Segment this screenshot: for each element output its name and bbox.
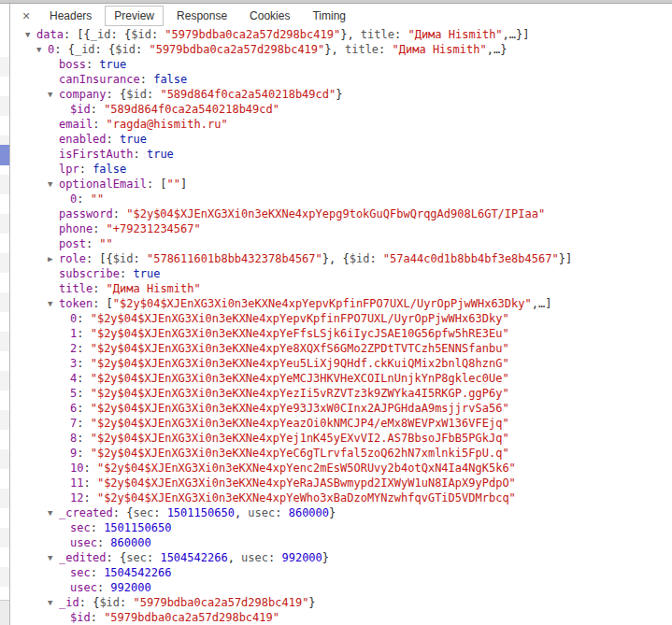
json-row[interactable]: ▼company: {$id: "589d864f0ca2a540218b49c… <box>10 87 672 102</box>
json-token-p: : <box>394 28 407 41</box>
json-token-p: : <box>83 491 96 504</box>
json-row: title: "Дима Hismith" <box>10 281 672 296</box>
json-token-p: }, { <box>322 252 350 265</box>
json-token-p: : { <box>95 43 116 56</box>
expand-arrow-icon[interactable]: ▶ <box>48 251 59 266</box>
json-token-k: post <box>59 237 86 250</box>
json-token-b: false <box>153 73 187 86</box>
json-token-b: true <box>133 267 160 280</box>
json-token-k: enabled <box>59 133 107 146</box>
json-token-p: : <box>93 118 106 131</box>
json-row[interactable]: ▼_id: {$id: "5979bdba0ca2a57d298bc419"} <box>10 595 672 610</box>
json-token-p: : <box>77 312 90 325</box>
json-token-k: 12 <box>70 491 83 504</box>
json-token-pk: _id <box>91 28 111 41</box>
json-row[interactable]: ▶role: [{$id: "578611601b8bb432378b4567"… <box>10 251 672 266</box>
json-row[interactable]: ▼_edited: {sec: 1504542266, usec: 992000… <box>10 550 672 565</box>
collapse-arrow-icon[interactable]: ▼ <box>48 296 59 311</box>
json-token-s: "589d864f0ca2a540218b49cd" <box>104 103 279 116</box>
json-token-p: } <box>322 551 329 564</box>
json-token-p: : <box>77 417 90 430</box>
json-token-p: : <box>97 581 110 594</box>
json-token-s: "$2y$04$XJEnXG3Xi0n3eKXNe4xpYe93J3xW0CIn… <box>91 402 509 415</box>
collapse-arrow-icon[interactable]: ▼ <box>48 505 59 520</box>
json-token-s: "$2y$04$XJEnXG3Xi0n3eKXNe4xpYeWho3xBaDzo… <box>97 491 516 504</box>
json-token-k: usec <box>70 581 97 594</box>
json-token-s: "+79231234567" <box>107 222 201 235</box>
json-token-n: 992000 <box>281 551 322 564</box>
collapse-arrow-icon[interactable]: ▼ <box>48 177 59 192</box>
tab-timing[interactable]: Timing <box>303 6 355 26</box>
tab-cookies[interactable]: Cookies <box>240 6 299 26</box>
json-token-p: , <box>228 551 241 564</box>
json-row[interactable]: ▼_created: {sec: 1501150650, usec: 86000… <box>10 505 672 520</box>
collapse-arrow-icon[interactable]: ▼ <box>48 87 59 102</box>
json-row: $id: "589d864f0ca2a540218b49cd" <box>10 102 672 117</box>
json-token-p: ] <box>180 178 187 191</box>
preview-pane: ▼data: [{_id: {$id: "5979bdba0ca2a57d298… <box>10 28 672 625</box>
json-token-b: true <box>147 148 174 161</box>
json-token-p: : <box>83 462 96 475</box>
json-row: usec: 992000 <box>10 580 672 595</box>
json-token-k: phone <box>59 222 93 235</box>
collapse-arrow-icon[interactable]: ▼ <box>48 550 59 565</box>
json-row: 1: "$2y$04$XJEnXG3Xi0n3eKXNe4xpYeFfsLSjk… <box>10 326 672 341</box>
json-token-b: true <box>99 58 126 71</box>
json-token-k: email <box>59 118 93 131</box>
json-token-p: : { <box>113 506 134 519</box>
json-token-n: 992000 <box>110 581 150 594</box>
json-row[interactable]: ▼token: ["$2y$04$XJEnXG3Xi0n3eKXNe4xpYep… <box>10 296 672 311</box>
json-token-s: "$2y$04$XJEnXG3Xi0n3eKXNe4xpYeRaJASBwmyp… <box>97 476 516 490</box>
json-token-k: _edited <box>59 551 107 564</box>
json-row[interactable]: ▼0: {_id: {$id: "5979bdba0ca2a57d298bc41… <box>10 42 672 57</box>
json-token-p: : <box>86 237 99 250</box>
collapse-arrow-icon[interactable]: ▼ <box>48 595 59 610</box>
json-token-k: isFirstAuth <box>59 148 133 161</box>
json-token-p: : <box>136 43 149 56</box>
json-token-p: : <box>77 357 90 370</box>
json-token-p: : { <box>79 596 100 609</box>
json-token-p: : <box>369 252 382 265</box>
selected-request-row[interactable] <box>0 145 9 165</box>
json-token-p: : { <box>107 88 127 101</box>
json-token-p: : <box>91 521 104 534</box>
json-token-p: : { <box>54 43 75 56</box>
json-token-s: "$2y$04$XJEnXG3Xi0n3eKXNe4xpYeFfsLSjk6iI… <box>91 327 509 340</box>
json-token-s: "" <box>99 237 112 250</box>
tab-response[interactable]: Response <box>167 6 236 26</box>
json-token-pk: $id <box>99 596 120 609</box>
collapse-arrow-icon[interactable]: ▼ <box>36 42 48 57</box>
json-token-k: sec <box>70 566 91 579</box>
json-row: boss: true <box>10 57 672 72</box>
json-token-pk: title <box>345 43 379 56</box>
json-row[interactable]: ▼optionalEmail: [""] <box>10 177 672 192</box>
collapse-arrow-icon[interactable]: ▼ <box>25 28 36 42</box>
json-token-p: : <box>147 551 160 564</box>
json-token-pk: _id <box>75 43 95 56</box>
json-row: isFirstAuth: true <box>10 147 672 162</box>
json-row: password: "$2y$04$XJEnXG3Xi0n3eKXNe4xpYe… <box>10 206 672 221</box>
json-token-n: 1504542266 <box>160 551 227 564</box>
json-token-s: "5979bdba0ca2a57d298bc419" <box>149 43 324 56</box>
tab-headers[interactable]: Headers <box>40 6 101 26</box>
json-tree: ▼data: [{_id: {$id: "5979bdba0ca2a57d298… <box>10 28 672 625</box>
json-token-p: : <box>147 88 160 101</box>
close-icon[interactable]: × <box>14 8 38 23</box>
json-token-s: "5979bdba0ca2a57d298bc419" <box>134 596 309 609</box>
json-token-k: $id <box>70 611 91 624</box>
json-token-k: company <box>59 88 107 101</box>
json-token-s: "$2y$04$XJEnXG3Xi0n3eKXNe4xpYepvKpfinFPO… <box>113 297 532 310</box>
json-token-p: : <box>77 387 90 400</box>
tab-preview[interactable]: Preview <box>105 6 164 26</box>
json-token-s: "Дима Hismith" <box>107 282 201 295</box>
json-token-pk: $id <box>126 88 147 101</box>
json-row[interactable]: ▼data: [{_id: {$id: "5979bdba0ca2a57d298… <box>10 28 672 42</box>
json-row: 12: "$2y$04$XJEnXG3Xi0n3eKXNe4xpYeWho3xB… <box>10 490 672 505</box>
network-request-list-rail[interactable] <box>0 4 10 625</box>
json-token-s: "57a44c0d1b8bb4bf3e8b4567" <box>383 252 559 265</box>
json-row: email: "ragda@hismith.ru" <box>10 117 672 132</box>
json-row: enabled: true <box>10 132 672 147</box>
json-token-p: : <box>91 611 104 624</box>
json-token-p: ,…] <box>532 297 552 310</box>
json-token-p: : <box>97 536 110 549</box>
